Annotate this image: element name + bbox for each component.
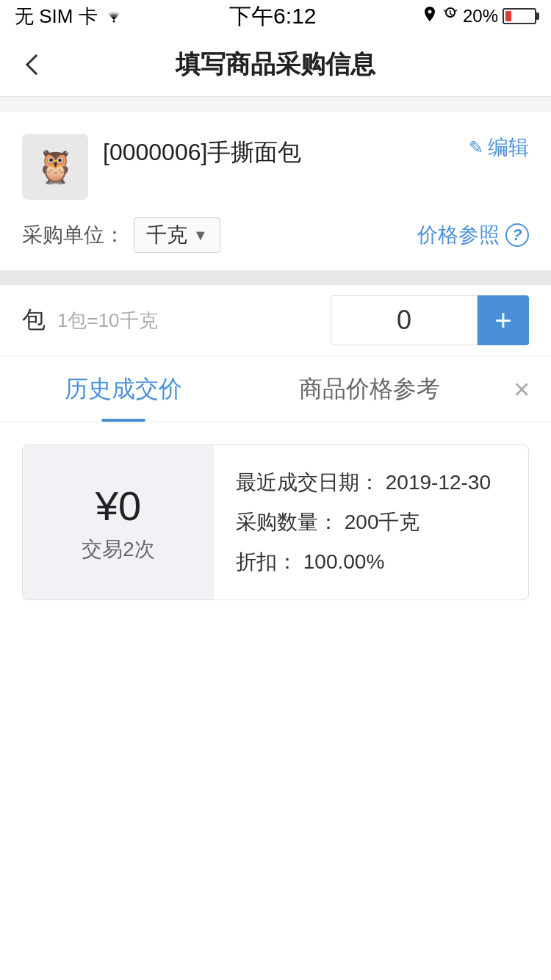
product-unit-row: 采购单位： 千克 ▼ 价格参照 ? bbox=[22, 217, 529, 253]
back-button[interactable] bbox=[0, 32, 65, 97]
quantity-plus-button[interactable]: + bbox=[478, 295, 529, 345]
trade-quantity: 采购数量： 200千克 bbox=[236, 508, 506, 536]
trade-recent-date: 最近成交日期： 2019-12-30 bbox=[236, 469, 506, 497]
price-reference-button[interactable]: 价格参照 ? bbox=[417, 221, 529, 249]
tab-active-indicator bbox=[101, 419, 145, 422]
wifi-icon bbox=[104, 5, 124, 28]
empty-content-area bbox=[0, 630, 551, 980]
quantity-input[interactable] bbox=[331, 295, 478, 345]
trade-discount: 折扣： 100.00% bbox=[236, 548, 506, 576]
svg-point-0 bbox=[112, 20, 115, 22]
product-thumbnail: 🦉 bbox=[22, 134, 88, 200]
tab-content-history: ¥0 交易2次 最近成交日期： 2019-12-30 采购数量： 200千克 折… bbox=[0, 422, 551, 630]
trade-price-section: ¥0 交易2次 bbox=[23, 445, 214, 599]
trade-detail-section: 最近成交日期： 2019-12-30 采购数量： 200千克 折扣： 100.0… bbox=[214, 445, 528, 599]
section-divider bbox=[0, 270, 551, 285]
product-card: 🦉 [0000006]手撕面包 ✎ 编辑 采购单位： 千克 ▼ 价格参照 ? bbox=[0, 112, 551, 270]
trade-card: ¥0 交易2次 最近成交日期： 2019-12-30 采购数量： 200千克 折… bbox=[22, 444, 529, 600]
location-icon bbox=[422, 6, 438, 26]
page-header: 填写商品采购信息 bbox=[0, 32, 551, 97]
unit-select-dropdown[interactable]: 千克 ▼ bbox=[134, 217, 220, 253]
page-title: 填写商品采购信息 bbox=[176, 48, 375, 82]
close-icon: × bbox=[514, 374, 530, 406]
alarm-icon bbox=[442, 6, 458, 26]
tab-history-price[interactable]: 历史成交价 bbox=[0, 357, 246, 422]
status-right-group: 20% bbox=[422, 6, 536, 26]
status-carrier: 无 SIM 卡 bbox=[15, 4, 124, 29]
edit-pencil-icon: ✎ bbox=[469, 137, 483, 158]
quantity-left-section: 包 1包=10千克 bbox=[22, 304, 158, 336]
status-time: 下午6:12 bbox=[229, 1, 316, 32]
tab-product-price-reference[interactable]: 商品价格参考 bbox=[246, 357, 492, 422]
unit-section: 采购单位： 千克 ▼ bbox=[22, 217, 220, 253]
battery-indicator bbox=[503, 8, 536, 24]
bottom-panel: 历史成交价 商品价格参考 × ¥0 交易2次 最近成交日期： 2019-12-3… bbox=[0, 357, 551, 630]
dropdown-arrow-icon: ▼ bbox=[193, 227, 208, 244]
product-name: [0000006]手撕面包 bbox=[103, 134, 301, 169]
product-top-row: 🦉 [0000006]手撕面包 ✎ 编辑 bbox=[22, 134, 529, 200]
tabs-row: 历史成交价 商品价格参考 × bbox=[0, 357, 551, 422]
edit-button[interactable]: ✎ 编辑 bbox=[469, 134, 529, 162]
unit-conversion-label: 1包=10千克 bbox=[57, 308, 158, 334]
status-bar: 无 SIM 卡 下午6:12 20% bbox=[0, 0, 551, 32]
product-info-left: 🦉 [0000006]手撕面包 bbox=[22, 134, 469, 200]
info-icon: ? bbox=[505, 223, 529, 247]
back-arrow-icon bbox=[26, 54, 46, 74]
trade-price-value: ¥0 bbox=[96, 482, 141, 530]
close-panel-button[interactable]: × bbox=[492, 357, 551, 422]
product-owl-icon: 🦉 bbox=[35, 148, 76, 186]
unit-label: 采购单位： bbox=[22, 221, 125, 249]
trade-count-label: 交易2次 bbox=[82, 536, 155, 563]
quantity-input-group: + bbox=[331, 295, 529, 345]
unit-box-label: 包 bbox=[22, 304, 46, 336]
quantity-row: 包 1包=10千克 + bbox=[0, 285, 551, 356]
